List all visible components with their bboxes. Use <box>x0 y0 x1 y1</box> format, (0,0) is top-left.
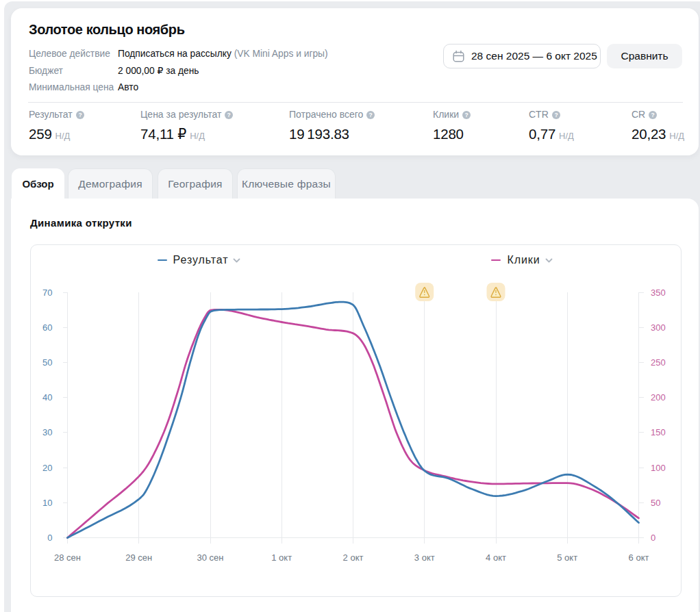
svg-text:200: 200 <box>651 392 666 403</box>
svg-text:28 сен: 28 сен <box>54 552 81 563</box>
svg-text:350: 350 <box>651 288 666 298</box>
svg-text:30: 30 <box>42 427 52 437</box>
svg-text:70: 70 <box>42 288 52 298</box>
svg-text:?: ? <box>369 112 373 118</box>
svg-text:250: 250 <box>651 357 666 368</box>
svg-text:20: 20 <box>42 463 52 473</box>
svg-text:?: ? <box>554 112 558 118</box>
svg-text:?: ? <box>651 112 655 118</box>
svg-text:0: 0 <box>651 533 655 543</box>
svg-text:?: ? <box>464 112 468 118</box>
svg-text:6 окт: 6 окт <box>629 552 649 563</box>
svg-text:40: 40 <box>42 392 52 403</box>
svg-text:10: 10 <box>42 498 52 508</box>
svg-text:0: 0 <box>47 533 52 543</box>
svg-text:150: 150 <box>651 427 666 437</box>
svg-text:5 окт: 5 окт <box>557 552 577 563</box>
svg-text:100: 100 <box>651 463 666 473</box>
svg-text:50: 50 <box>42 357 52 368</box>
svg-text:50: 50 <box>651 498 660 508</box>
svg-text:4 окт: 4 окт <box>486 552 506 563</box>
svg-text:3 окт: 3 окт <box>414 552 435 563</box>
svg-text:1 окт: 1 окт <box>271 552 292 563</box>
svg-text:30 сен: 30 сен <box>197 552 224 563</box>
svg-text:29 сен: 29 сен <box>125 552 152 563</box>
svg-text:?: ? <box>227 112 231 118</box>
svg-text:?: ? <box>78 112 82 118</box>
svg-text:300: 300 <box>651 322 666 333</box>
svg-text:60: 60 <box>42 322 52 333</box>
svg-text:2 окт: 2 окт <box>343 552 364 563</box>
